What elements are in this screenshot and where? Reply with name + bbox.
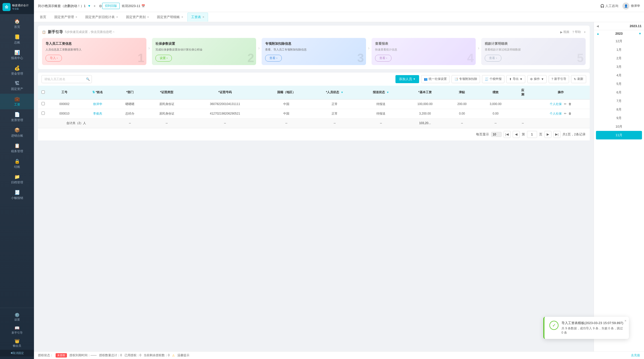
step-4-btn[interactable]: 查看 › [375, 55, 391, 62]
step-4-desc: 快速查看统计信息 [375, 47, 472, 52]
step-arrow-2: › [256, 45, 262, 51]
sidebar-item-payroll[interactable]: 💼 工资 [0, 94, 34, 109]
cal-month-4[interactable]: 4月 [594, 71, 644, 80]
tab-asset-type-label: 固定资产类别 [126, 15, 146, 19]
deduction-btn[interactable]: 📑 专项附加扣除 [452, 75, 480, 83]
tab-fixed-assets-close[interactable]: × [75, 15, 77, 19]
cal-next-year-btn[interactable]: ▼ [638, 32, 641, 35]
status-filter-icon[interactable]: ▼ [341, 91, 343, 94]
select-all-checkbox[interactable] [42, 90, 45, 94]
operations-btn[interactable]: ⚙ 操作 ▼ [527, 75, 547, 83]
cal-prev-year-btn[interactable]: ▲ [596, 32, 599, 35]
headset-icon: 🎧 [600, 4, 604, 8]
page-size-select[interactable]: 10 20 50 [491, 132, 502, 137]
row1-delete-icon[interactable]: 🗑 [569, 102, 572, 106]
step-4-number: 4 [467, 52, 474, 64]
cal-month-2[interactable]: 2月 [594, 54, 644, 63]
search-icon[interactable]: 🔍 [86, 77, 90, 81]
sidebar-item-tax[interactable]: 📋 税务管理 [0, 140, 34, 156]
sidebar-item-inventory[interactable]: 📦 进销台账 [0, 125, 34, 140]
guide-video-link[interactable]: ▶ 视频 [560, 30, 569, 34]
row1-social-insurance-link[interactable]: 个人社保 [550, 102, 562, 106]
cal-month-11[interactable]: 11月 [596, 131, 642, 139]
tab-asset-type-close[interactable]: × [147, 15, 149, 19]
search-input[interactable] [42, 75, 92, 83]
row2-dept: 总经办 [114, 109, 145, 118]
account-name: 刘小艳演示账套（勿删勿动！）1 [38, 4, 86, 8]
sidebar-item-home[interactable]: 🏠 首页 [0, 16, 34, 32]
sidebar-item-invoices[interactable]: 📄 发票管理 [0, 109, 34, 125]
tab-asset-type[interactable]: 固定资产类别 × [122, 13, 153, 22]
guide-close-button[interactable]: × [584, 30, 586, 34]
guide-help-link[interactable]: ? 帮助 [572, 30, 581, 34]
sidebar-item-member[interactable]: 👑 畅会员 [0, 337, 34, 350]
tab-depreciation-close[interactable]: × [116, 15, 118, 19]
cal-month-10[interactable]: 10月 [594, 122, 644, 131]
step-1-btn[interactable]: 导入 › [46, 55, 62, 62]
step-arrow-3: › [366, 45, 372, 51]
service-button[interactable]: 🎧 人工咨询 [600, 4, 618, 8]
col-name[interactable]: ⇅ *姓名 [81, 86, 114, 99]
refresh-btn[interactable]: ↻ 刷新 [571, 75, 586, 83]
tab-home[interactable]: 首页 [36, 13, 50, 22]
tax-report-btn[interactable]: 🧾 个税申报 [482, 75, 504, 83]
row2-name-link[interactable]: 李俊杰 [93, 112, 102, 115]
cal-month-7[interactable]: 7月 [594, 97, 644, 105]
first-page-btn[interactable]: |◀ [504, 131, 511, 138]
social-insurance-btn[interactable]: 👥 统一社保设置 [421, 75, 450, 83]
tab-asset-detail[interactable]: 固定资产明细账 × [153, 13, 187, 22]
tab-payroll-close[interactable]: × [203, 15, 204, 19]
sidebar-item-funds[interactable]: 💰 资金管理 [0, 63, 34, 78]
cal-month-1[interactable]: 1月 [594, 45, 644, 54]
cal-month-9[interactable]: 9月 [594, 114, 644, 122]
switch-version-button[interactable]: 切到旧版 [102, 3, 120, 9]
export-btn[interactable]: ⬆ 导出 ▼ [506, 75, 526, 83]
tab-asset-detail-close[interactable]: × [181, 15, 183, 19]
sidebar-item-assets[interactable]: 🏗 固定资产 [0, 78, 34, 94]
tab-depreciation[interactable]: 固定资产折旧统计表 × [82, 13, 122, 22]
row2-edit-icon[interactable]: ✏ [564, 112, 567, 115]
step-5-btn[interactable]: 查看 › [485, 55, 501, 62]
page-number-input[interactable] [527, 131, 537, 138]
cal-month-12[interactable]: 12月 [594, 37, 644, 45]
last-page-btn[interactable]: ▶| [553, 131, 560, 138]
cal-month-3[interactable]: 3月 [594, 63, 644, 71]
cal-month-6[interactable]: 6月 [594, 88, 644, 97]
prev-page-btn[interactable]: ◀ [513, 131, 520, 138]
social-icon: 👥 [424, 77, 428, 81]
unfix-button[interactable]: ◀取消固定 [0, 350, 34, 356]
account-dropdown-icon[interactable]: ▼ [88, 4, 91, 8]
calendar-expand-icon[interactable]: ◀ [596, 24, 599, 28]
add-account-btn[interactable]: ＋ [93, 4, 96, 8]
row1-edit-icon[interactable]: ✏ [564, 102, 567, 106]
step-2-btn[interactable]: 设置 › [155, 55, 172, 62]
calendar-icon[interactable]: 📅 [141, 4, 145, 8]
calendar-month-list: ▲ 2023 ▼ 12月 1月 2月 3月 4月 5月 6月 7月 8月 9月 … [594, 30, 644, 139]
add-person-button[interactable]: 添加人员 ▼ [395, 75, 419, 83]
tab-payroll[interactable]: 工资表 × [187, 13, 208, 22]
report-filter-icon[interactable]: ▼ [387, 91, 389, 94]
cal-month-5[interactable]: 5月 [594, 80, 644, 88]
new-guide-btn[interactable]: ? 新手引导 [549, 75, 569, 83]
row1-checkbox[interactable] [42, 102, 45, 105]
sidebar-item-archive[interactable]: 📁 归档管理 [0, 172, 34, 187]
row2-checkbox[interactable] [42, 112, 45, 115]
sidebar-item-guide[interactable]: 📖 新手引导 [0, 324, 34, 337]
sidebar-item-reports[interactable]: 📊 报表中心 [0, 47, 34, 63]
sidebar-item-closing[interactable]: 🔒 结账 [0, 156, 34, 172]
row2-delete-icon[interactable]: 🗑 [569, 112, 572, 115]
status-bar: 授权状态： 未授权 授权到期时间：—— 授权数量总计：0 已用授权：0 当前剩余… [34, 351, 644, 359]
sidebar-item-expense[interactable]: 🧾 小畅报销 [0, 187, 34, 203]
user-info[interactable]: 👤 徐泽华 [622, 3, 640, 10]
step-3-btn[interactable]: 查看 › [265, 55, 281, 62]
toast-close-btn[interactable]: × [624, 319, 626, 323]
cal-month-8[interactable]: 8月 [594, 105, 644, 114]
sidebar-item-settings[interactable]: ⚙️ 设置 [0, 311, 34, 324]
next-page-btn[interactable]: ▶ [544, 131, 551, 138]
sidebar-item-ledger[interactable]: 📒 总账 [0, 32, 34, 47]
row1-name-link[interactable]: 徐泽华 [93, 102, 102, 106]
row2-social-insurance-link[interactable]: 个人社保 [550, 112, 562, 115]
go-pay-link[interactable]: 去充值 [631, 353, 640, 357]
tab-fixed-assets[interactable]: 固定资产管理 × [51, 13, 81, 22]
settings-gear-btn[interactable]: ⚙ [99, 4, 102, 8]
